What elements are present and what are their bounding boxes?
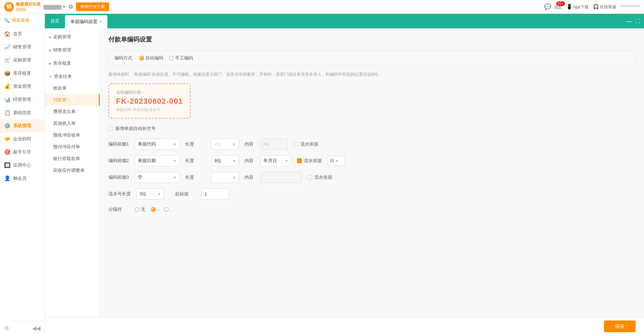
manual-code-radio[interactable]: 手工编码: [169, 55, 193, 61]
sep-dot-radio[interactable]: .: [164, 207, 172, 212]
chevron-down-icon3: ▼: [173, 159, 176, 163]
sidebar-item-system[interactable]: ⚙️ 系统管理: [0, 119, 45, 132]
sub-sidebar: ▶ 采购管理 ▶ 销售管理 ▶ 库存核算: [45, 28, 100, 317]
sub-item-other-income[interactable]: 其他收入单: [45, 118, 100, 129]
prefix3-content-input: [260, 172, 302, 183]
arrow-right-icon3: ▶: [49, 62, 52, 65]
serial-row: 流水号长度 3位 ▼ 起始值 1: [108, 188, 636, 199]
tab-close-icon[interactable]: ×: [99, 19, 102, 24]
topbar-right: 💬 99+ 消息 📱 App下载 🎧 在线客服 ************: [544, 3, 640, 10]
auto-fill-checkbox[interactable]: [108, 126, 113, 131]
chevron-down-icon8: ▼: [232, 176, 236, 179]
info-text: 新增单据时，'单据编码'自动生成，不可编辑。前缀设置为部门、业务员等档案类，开单…: [108, 71, 636, 78]
prefix2-row: 编码前缀2 单据日期 ▼ 长度 8位 ▼ 内容 年月日 ▼: [108, 155, 636, 166]
prefix2-length-select[interactable]: 8位 ▼: [211, 155, 239, 166]
sidebar-nav: 🏠 首页 📈 销售管理 🛒 采购管理 📦 库存核算 💰 资金管理 📊 经: [0, 27, 45, 321]
prefix2-stream-checkbox[interactable]: ✓: [297, 158, 302, 163]
sidebar-item-enterprise[interactable]: 🤝 企业协同: [0, 132, 45, 146]
tab-home[interactable]: 首页: [45, 14, 65, 28]
prefix3-length-select[interactable]: ▼: [211, 172, 239, 183]
inventory-icon: 📦: [4, 70, 10, 76]
user-info[interactable]: ************: [621, 4, 640, 9]
company-dropdown[interactable]: ▓▓▓▓▓▓ ▼: [44, 4, 66, 9]
sidebar-item-basic[interactable]: 📋 基础信息: [0, 106, 45, 119]
footer-settings-icon[interactable]: ⚙: [4, 325, 9, 332]
prefix2-select[interactable]: 单据日期 ▼: [135, 155, 180, 166]
prefix1-content-input: FK: [260, 139, 288, 150]
sub-group-inventory-title[interactable]: ▶ 库存核算: [45, 57, 100, 69]
sub-item-expense[interactable]: 费用支出单: [45, 106, 100, 118]
start-value-input[interactable]: 1: [201, 188, 229, 199]
sidebar-item-sales[interactable]: 📈 销售管理: [0, 40, 45, 54]
prefix1-select[interactable]: 单据代码 ▼: [135, 139, 180, 150]
sidebar-item-guide[interactable]: 🎯 新手引导: [0, 146, 45, 159]
manual-code-radio-circle[interactable]: [169, 56, 174, 61]
sep-dash-radio-circle[interactable]: [151, 207, 156, 212]
sub-item-bank[interactable]: 银行存取款单: [45, 153, 100, 165]
sub-group-sales: ▶ 销售管理: [45, 44, 100, 56]
prefix3-stream-checkbox[interactable]: [307, 175, 312, 180]
tabbar-maximize-icon[interactable]: ⛶: [635, 18, 640, 24]
prefix3-select[interactable]: 空 ▼: [135, 172, 180, 183]
online-service-button[interactable]: 🎧 在线客服: [593, 4, 616, 10]
enterprise-icon: 🤝: [4, 136, 10, 142]
logo-text: 畅捷通好生意 旗舰版: [16, 1, 41, 12]
search-icon: 🔍: [4, 18, 10, 23]
sub-group-purchase-title[interactable]: ▶ 采购管理: [45, 31, 100, 43]
sidebar-item-home[interactable]: 🏠 首页: [0, 27, 45, 40]
sub-item-prepay-payable[interactable]: 预付冲应付单: [45, 141, 100, 153]
system-icon: ⚙️: [4, 123, 10, 129]
prefix2-content-select[interactable]: 年月日 ▼: [260, 155, 291, 166]
sidebar-item-member[interactable]: 👤 畅会员: [0, 172, 45, 185]
sidebar-item-finance[interactable]: 💰 资金管理: [0, 80, 45, 93]
coding-method-section: 编码方式 自动编码 手工编码: [108, 50, 636, 66]
footer-collapse-icon[interactable]: ◀◀: [32, 325, 40, 332]
sep-none-radio-circle[interactable]: [135, 207, 140, 212]
sub-group-capital-title[interactable]: ▼ 资金往来: [45, 71, 100, 82]
sidebar-item-apps[interactable]: 🔲 应用中心: [0, 159, 45, 172]
right-panel: 首页 单据编码设置 × — ⛶ ▶ 采购管理: [45, 14, 644, 335]
prefix1-length-select[interactable]: 2位 ▼: [211, 139, 239, 150]
sub-group-capital: ▼ 资金往来 收款单 付款单 费用支出单 其他收入单 预收冲应收单 预付冲应付单…: [45, 71, 100, 176]
sidebar-item-operation[interactable]: 📊 经营管理: [0, 93, 45, 106]
basic-icon: 📋: [4, 110, 10, 116]
search-menu[interactable]: 🔍 搜索菜单: [0, 14, 45, 27]
sub-item-payment[interactable]: 付款单: [45, 94, 100, 106]
main-content: 付款单编码设置 编码方式 自动编码 手工编码: [100, 28, 644, 317]
tabbar-minimize-icon[interactable]: —: [626, 18, 632, 25]
preview-sub: 单据代码-单据日期-流水号: [116, 107, 183, 112]
tabbar: 首页 单据编码设置 × — ⛶: [45, 14, 644, 28]
prefix1-stream-checkbox[interactable]: [294, 142, 298, 147]
sub-item-prepay-receivable[interactable]: 预收冲应收单: [45, 129, 100, 141]
sub-group-sales-title[interactable]: ▶ 销售管理: [45, 44, 100, 56]
topbar: 畅 畅捷通好生意 旗舰版 ▓▓▓▓▓▓ ▼ ⚙ 体验行业方案 💬 99+ 消息 …: [0, 0, 644, 14]
page-title: 付款单编码设置: [108, 35, 636, 44]
arrow-right-icon: ▶: [49, 35, 52, 39]
industry-plan-button[interactable]: 体验行业方案: [76, 2, 109, 11]
prefix2-stream-unit-select[interactable]: 日 ▼: [327, 156, 345, 166]
arrow-right-icon2: ▶: [49, 48, 52, 52]
sub-group-purchase: ▶ 采购管理: [45, 31, 100, 43]
sidebar: 🔍 搜索菜单 🏠 首页 📈 销售管理 🛒 采购管理 📦 库存核算 💰: [0, 14, 45, 335]
sep-dot-radio-circle[interactable]: [164, 207, 169, 212]
sep-dash-radio[interactable]: -: [151, 207, 158, 212]
logo-icon: 畅: [4, 2, 14, 12]
chevron-down-icon: ▼: [173, 142, 176, 146]
sub-item-adjustment[interactable]: 应收应付调整单: [45, 165, 100, 176]
member-icon: 👤: [4, 175, 10, 182]
app-download-button[interactable]: 📱 App下载: [566, 4, 589, 10]
save-button[interactable]: 保存: [604, 320, 636, 332]
sub-item-receipt[interactable]: 收款单: [45, 82, 100, 94]
sidebar-item-inventory[interactable]: 📦 库存核算: [0, 67, 45, 80]
auto-code-radio[interactable]: 自动编码: [139, 55, 163, 61]
sep-none-radio[interactable]: 无: [135, 206, 145, 213]
auto-fill-row: 新增单据自动补空号: [108, 125, 636, 132]
serial-length-select[interactable]: 3位 ▼: [136, 188, 164, 199]
tab-coding-settings[interactable]: 单据编码设置 ×: [65, 15, 107, 28]
message-button[interactable]: 💬 99+ 消息: [544, 3, 562, 10]
topbar-left: 畅 畅捷通好生意 旗舰版 ▓▓▓▓▓▓ ▼ ⚙ 体验行业方案: [4, 1, 109, 12]
auto-code-radio-circle[interactable]: [139, 56, 144, 61]
sidebar-item-purchase[interactable]: 🛒 采购管理: [0, 54, 45, 67]
prefix1-stream: 流水依据: [294, 141, 318, 147]
settings-icon[interactable]: ⚙: [68, 3, 73, 10]
